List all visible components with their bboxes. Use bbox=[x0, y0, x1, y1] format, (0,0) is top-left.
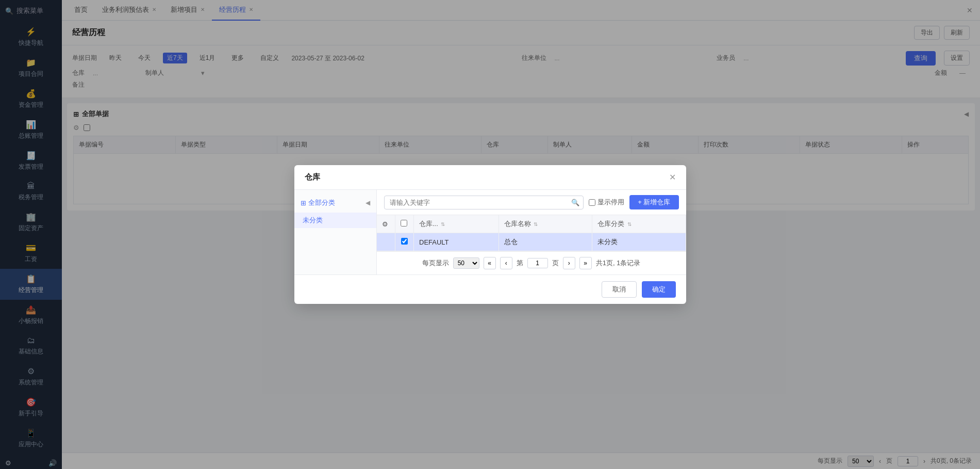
col-warehouse-code-header: 仓库... ⇅ bbox=[414, 215, 499, 233]
col-warehouse-category-header: 仓库分类 ⇅ bbox=[592, 215, 686, 233]
modal-table-row[interactable]: DEFAULT 总仓 未分类 bbox=[377, 233, 686, 251]
col-settings-header: ⚙ bbox=[377, 215, 395, 233]
col-checkbox-header bbox=[395, 215, 414, 233]
warehouse-modal: 仓库 ✕ ⊞ 全部分类 ◀ 未分类 bbox=[294, 165, 686, 304]
row-name-cell: 总仓 bbox=[499, 233, 592, 251]
modal-page-label: 第 bbox=[517, 258, 523, 268]
category-all-text: 全部分类 bbox=[308, 198, 335, 207]
add-warehouse-button[interactable]: + 新增仓库 bbox=[629, 195, 678, 209]
row-category-cell: 未分类 bbox=[592, 233, 686, 251]
category-collapse-btn[interactable]: ◀ bbox=[366, 199, 370, 206]
show-disabled-label: 显示停用 bbox=[597, 198, 624, 207]
search-input-wrap: 🔍 bbox=[384, 196, 584, 209]
modal-total-info: 共1页, 1条记录 bbox=[596, 258, 641, 268]
modal-pagination: 每页显示 50 100 « ‹ 第 页 › » 共1页, 1条记录 bbox=[377, 251, 686, 274]
modal-prev-page-btn[interactable]: ‹ bbox=[500, 257, 512, 269]
modal-page-suffix: 页 bbox=[552, 258, 559, 268]
modal-table-header-row: ⚙ 仓库... ⇅ 仓库名称 bbox=[377, 215, 686, 233]
modal-table-wrap: ⚙ 仓库... ⇅ 仓库名称 bbox=[377, 215, 686, 251]
row-code-cell: DEFAULT bbox=[414, 233, 499, 251]
category-header: ⊞ 全部分类 ◀ bbox=[294, 195, 376, 211]
modal-search-bar: 🔍 显示停用 + 新增仓库 bbox=[377, 190, 686, 215]
show-disabled-wrap: 显示停用 bbox=[589, 198, 624, 207]
gear-icon-modal[interactable]: ⚙ bbox=[382, 220, 388, 228]
modal-close-button[interactable]: ✕ bbox=[669, 172, 676, 182]
modal-confirm-button[interactable]: 确定 bbox=[642, 281, 676, 298]
modal-search-icon: 🔍 bbox=[571, 199, 579, 206]
modal-first-page-btn[interactable]: « bbox=[484, 257, 496, 269]
modal-body: ⊞ 全部分类 ◀ 未分类 🔍 bbox=[294, 190, 686, 274]
sort-name-icon[interactable]: ⇅ bbox=[534, 221, 538, 227]
modal-footer: 取消 确定 bbox=[294, 274, 686, 304]
category-all-label[interactable]: ⊞ 全部分类 bbox=[301, 198, 335, 207]
modal-main-panel: 🔍 显示停用 + 新增仓库 ⚙ bbox=[377, 190, 686, 274]
modal-select-all-checkbox[interactable] bbox=[401, 220, 407, 227]
row-settings-cell[interactable] bbox=[377, 233, 395, 251]
category-panel: ⊞ 全部分类 ◀ 未分类 bbox=[294, 190, 377, 274]
modal-last-page-btn[interactable]: » bbox=[579, 257, 592, 269]
modal-per-page-label: 每页显示 bbox=[422, 258, 449, 268]
row-checkbox-cell[interactable] bbox=[395, 233, 414, 251]
grid-icon-category: ⊞ bbox=[301, 199, 306, 207]
show-disabled-checkbox[interactable] bbox=[589, 199, 595, 206]
category-unclassified[interactable]: 未分类 bbox=[294, 213, 376, 228]
modal-search-input[interactable] bbox=[384, 196, 584, 209]
modal-cancel-button[interactable]: 取消 bbox=[602, 281, 637, 298]
sort-code-icon[interactable]: ⇅ bbox=[441, 221, 445, 227]
sort-category-icon[interactable]: ⇅ bbox=[627, 221, 632, 227]
modal-warehouse-table: ⚙ 仓库... ⇅ 仓库名称 bbox=[377, 215, 686, 251]
modal-page-size-select[interactable]: 50 100 bbox=[453, 257, 479, 269]
modal-overlay[interactable]: 仓库 ✕ ⊞ 全部分类 ◀ 未分类 bbox=[0, 0, 980, 469]
modal-page-input[interactable] bbox=[527, 258, 548, 268]
modal-header: 仓库 ✕ bbox=[294, 165, 686, 190]
modal-title: 仓库 bbox=[305, 172, 320, 182]
col-warehouse-name-header: 仓库名称 ⇅ bbox=[499, 215, 592, 233]
modal-next-page-btn[interactable]: › bbox=[563, 257, 575, 269]
